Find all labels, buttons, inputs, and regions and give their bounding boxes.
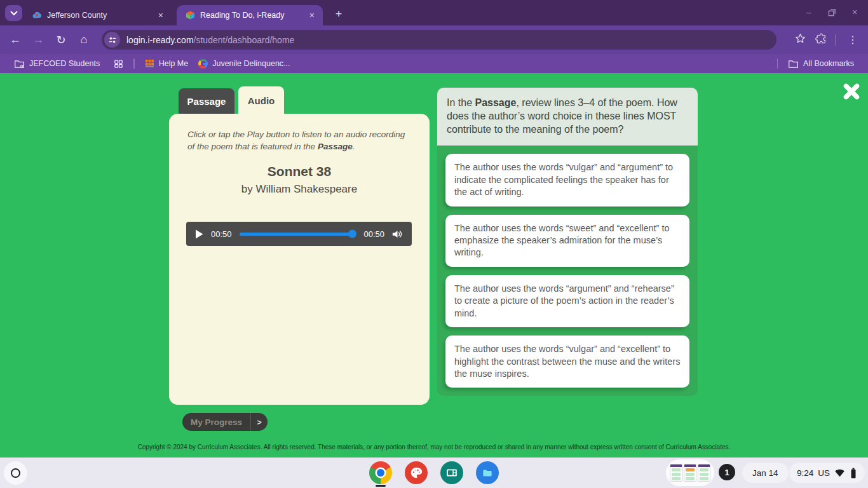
bookmarks-bar: JEFCOED Students Help Me Juvenile Delinq… xyxy=(0,54,868,73)
url-host: login.i-ready.com xyxy=(126,35,194,45)
all-bookmarks-button[interactable]: All Bookmarks xyxy=(783,56,859,71)
bookmark-managed-folder[interactable]: JEFCOED Students xyxy=(9,56,105,71)
chevron-right-icon: > xyxy=(251,417,268,427)
chrome-active-indicator xyxy=(376,485,386,487)
bookmark-label: Juvenile Delinquenc... xyxy=(212,59,290,68)
answer-option-1[interactable]: The author uses the words “vulgar” and “… xyxy=(445,154,689,206)
progress-thumb[interactable] xyxy=(348,230,356,238)
volume-icon[interactable] xyxy=(392,229,403,239)
play-icon[interactable] xyxy=(195,229,203,239)
screencast-icon xyxy=(445,466,459,480)
window-thumbnail xyxy=(684,464,696,482)
bookmark-label: Help Me xyxy=(159,59,189,68)
tab-title: Jefferson County xyxy=(47,11,151,20)
tab-search-button[interactable] xyxy=(5,5,22,21)
lesson-page: Passage Audio Click or tap the Play butt… xyxy=(0,73,868,458)
bookmarks-divider xyxy=(133,58,135,69)
canvas-app-button[interactable] xyxy=(405,461,428,484)
answer-option-3[interactable]: The author uses the words “argument” and… xyxy=(445,275,689,327)
audio-player: 00:50 00:50 xyxy=(186,222,412,246)
question-text: In the Passage, review lines 3–4 of the … xyxy=(437,88,698,146)
tab-strip: Jefferson County × Reading To Do, i-Read… xyxy=(0,0,868,25)
browser-menu-button[interactable]: ⋮ xyxy=(844,34,862,46)
puzzle-icon xyxy=(815,32,827,44)
palette-icon xyxy=(409,466,423,480)
window-minimize-button[interactable]: – xyxy=(801,4,817,20)
launcher-icon xyxy=(11,468,20,478)
files-app-button[interactable] xyxy=(476,461,499,484)
window-restore-button[interactable] xyxy=(824,4,840,20)
home-button[interactable]: ⌂ xyxy=(72,29,95,51)
window-thumbnail xyxy=(670,464,682,482)
forward-button[interactable]: → xyxy=(27,29,50,51)
tab-reading-to-do[interactable]: Reading To Do, i-Ready × xyxy=(177,5,323,25)
star-icon xyxy=(794,32,806,44)
bookmark-juvenile-delinquency[interactable]: Juvenile Delinquenc... xyxy=(193,56,295,71)
tune-icon xyxy=(108,36,117,44)
window-close-button[interactable]: × xyxy=(846,4,863,20)
question-prefix: In the xyxy=(447,97,475,108)
chrome-app-button[interactable] xyxy=(369,461,392,484)
battery-icon xyxy=(850,468,857,478)
instruction-bold: Passage xyxy=(318,142,353,151)
instruction-suffix: . xyxy=(353,142,355,151)
jefferson-county-favicon-icon xyxy=(32,10,42,20)
status-tray[interactable]: 9:24 US xyxy=(789,463,865,483)
screencast-app-button[interactable] xyxy=(440,461,463,484)
address-bar[interactable]: login.i-ready.com/student/dashboard/home xyxy=(102,30,776,50)
answer-option-4[interactable]: The author uses the words “vulgar” and “… xyxy=(445,336,689,388)
launcher-button[interactable] xyxy=(4,461,27,485)
answer-option-2[interactable]: The author uses the words “sweet” and “e… xyxy=(445,215,689,267)
instruction-prefix: Click or tap the Play button to listen t… xyxy=(187,130,405,151)
tab-audio[interactable]: Audio xyxy=(238,86,284,114)
my-progress-button[interactable]: My Progress > xyxy=(182,413,268,431)
notification-counter[interactable]: 1 xyxy=(719,464,735,480)
tab-jefferson-county[interactable]: Jefferson County × xyxy=(23,5,172,25)
bookmark-label: JEFCOED Students xyxy=(29,59,100,68)
refresh-button[interactable]: ↻ xyxy=(50,29,72,51)
tab-passage[interactable]: Passage xyxy=(179,88,234,114)
clock-time: 9:24 xyxy=(797,468,813,478)
google-favicon-icon xyxy=(198,59,208,69)
elapsed-time: 00:50 xyxy=(211,229,232,239)
chrome-icon-core xyxy=(377,469,384,477)
poem-title: Sonnet 38 xyxy=(169,164,430,179)
audio-instruction-text: Click or tap the Play button to listen t… xyxy=(169,114,430,153)
copyright-text: Copyright © 2024 by Curriculum Associate… xyxy=(0,444,868,451)
system-shelf: 1 Jan 14 9:24 US xyxy=(0,458,868,488)
iready-favicon-icon xyxy=(186,10,195,20)
question-panel: In the Passage, review lines 3–4 of the … xyxy=(437,88,698,396)
tab-close-icon[interactable]: × xyxy=(308,10,316,20)
url-path: /student/dashboard/home xyxy=(194,35,295,45)
new-tab-button[interactable]: + xyxy=(330,6,347,22)
folder-icon xyxy=(788,59,799,69)
close-lesson-button[interactable] xyxy=(841,81,862,102)
my-progress-label: My Progress xyxy=(182,417,250,427)
poem-author: by William Shakespeare xyxy=(169,183,430,196)
bookmarks-divider xyxy=(777,58,778,69)
back-button[interactable]: ← xyxy=(4,29,27,51)
help-me-favicon-icon xyxy=(145,59,154,69)
folder-icon xyxy=(481,466,494,479)
locale-label: US xyxy=(818,468,830,478)
bookmark-star-button[interactable] xyxy=(794,32,806,47)
tab-title: Reading To Do, i-Ready xyxy=(200,11,302,20)
site-settings-button[interactable] xyxy=(104,32,120,48)
duration-time: 00:50 xyxy=(363,229,384,239)
tab-close-icon[interactable]: × xyxy=(156,10,165,20)
toolbar-right-cluster: ⋮ xyxy=(794,25,862,54)
all-bookmarks-label: All Bookmarks xyxy=(803,59,854,68)
url-text: login.i-ready.com/student/dashboard/home xyxy=(126,35,294,45)
toolbar-divider xyxy=(835,34,836,46)
restore-icon xyxy=(828,8,836,17)
date-button[interactable]: Jan 14 xyxy=(742,463,789,483)
extensions-button[interactable] xyxy=(815,32,827,47)
chevron-down-icon xyxy=(10,11,18,16)
audio-panel-card: Click or tap the Play button to listen t… xyxy=(169,114,430,405)
audio-progress-bar[interactable] xyxy=(240,233,356,236)
apps-shortcut-button[interactable] xyxy=(109,56,128,71)
browser-toolbar: ← → ↻ ⌂ login.i-ready.com/student/dashbo… xyxy=(0,25,868,54)
window-thumbnail xyxy=(698,464,710,482)
bookmark-help-me[interactable]: Help Me xyxy=(140,56,194,71)
window-previews-button[interactable] xyxy=(666,459,714,486)
